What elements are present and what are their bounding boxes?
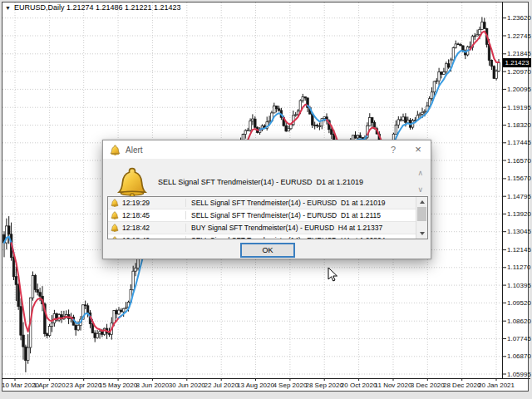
- chart-ohlc-values: 1.21274 1.21486 1.21221 1.21423: [66, 3, 181, 12]
- bell-icon: [111, 236, 119, 239]
- triangle-down-icon: [420, 232, 425, 235]
- scroll-up-icon[interactable]: ∧: [417, 170, 423, 177]
- scrollbar-up-button[interactable]: [416, 197, 428, 207]
- time-axis-label: 20 Jan 2021: [470, 382, 523, 389]
- bell-icon: [110, 145, 121, 155]
- price-axis-label: 1.21845: [507, 50, 531, 57]
- price-axis-label: 1.09520: [507, 299, 531, 307]
- price-axis-label: 1.14795: [507, 193, 531, 200]
- price-axis-label: 1.18320: [507, 121, 531, 129]
- chart-marker-icon: ▼: [5, 5, 11, 11]
- alert-row[interactable]: 12:18:45SELL Signal SFT Trendmeister(14)…: [108, 209, 427, 222]
- price-axis-label: 1.20095: [507, 86, 531, 93]
- price-axis-label: 1.10395: [507, 282, 531, 289]
- price-axis-label: 1.16570: [507, 157, 531, 165]
- alert-text: SELL Signal SFT Trendmeister(14) - EURUS…: [185, 236, 427, 239]
- chart-title: ▼EURUSD,Daily 1.21274 1.21486 1.21221 1.…: [5, 3, 181, 12]
- scrollbar-down-button[interactable]: [416, 229, 428, 239]
- price-axis-label: 1.08620: [507, 318, 531, 325]
- close-button[interactable]: ×: [406, 140, 431, 159]
- price-axis-label: 1.19195: [507, 104, 531, 111]
- alert-message: SELL Signal SFT Trendmeister(14) - EURUS…: [158, 178, 399, 186]
- dialog-title: Alert: [126, 145, 381, 155]
- mouse-cursor-icon: [328, 267, 339, 283]
- dialog-titlebar[interactable]: Alert ? ×: [103, 140, 431, 159]
- scroll-down-icon[interactable]: ∨: [417, 186, 423, 194]
- price-axis-label: 1.11270: [507, 264, 530, 271]
- price-axis-label: 1.12145: [507, 246, 531, 254]
- price-axis-label: 1.17445: [507, 139, 531, 146]
- alert-text: BUY Signal SFT Trendmeister(14) - EURUSD…: [185, 224, 427, 232]
- current-price-tag: 1.21423: [503, 58, 531, 67]
- alert-time: 12:19:29: [119, 199, 185, 207]
- alert-time: 12:18:45: [119, 211, 185, 219]
- price-axis-label: 1.06870: [507, 352, 531, 360]
- alert-time: 12:18:42: [119, 236, 185, 239]
- price-axis-label: 1.15670: [507, 175, 531, 182]
- alert-text: SELL Signal SFT Trendmeister(14) - EURUS…: [185, 199, 427, 207]
- alert-time: 12:18:42: [119, 224, 185, 232]
- price-axis-label: 1.23620: [507, 14, 531, 22]
- alert-bell-icon: [116, 165, 148, 200]
- price-axis-label: 1.13045: [507, 228, 531, 235]
- help-button[interactable]: ?: [381, 140, 406, 159]
- scrollbar-thumb[interactable]: [417, 207, 426, 221]
- ok-button[interactable]: OK: [240, 243, 295, 258]
- alert-text: SELL Signal SFT Trendmeister(14) - EURUS…: [185, 211, 427, 219]
- alert-row[interactable]: 12:19:29SELL Signal SFT Trendmeister(14)…: [108, 197, 427, 209]
- alert-row[interactable]: 12:18:42SELL Signal SFT Trendmeister(14)…: [108, 234, 427, 239]
- triangle-up-icon: [420, 200, 425, 204]
- price-axis-label: 1.20970: [507, 68, 531, 76]
- list-scrollbar[interactable]: [416, 197, 427, 239]
- alert-dialog: Alert ? × SELL Signal SFT Trendmeister(1…: [102, 140, 431, 259]
- alert-row[interactable]: 12:18:42BUY Signal SFT Trendmeister(14) …: [108, 222, 427, 234]
- price-axis-label: 1.07745: [507, 335, 531, 342]
- price-axis-label: 1.13920: [507, 210, 531, 218]
- alert-history-list: 12:19:29SELL Signal SFT Trendmeister(14)…: [107, 196, 428, 239]
- mt-chart-window: ▼EURUSD,Daily 1.21274 1.21486 1.21221 1.…: [0, 0, 532, 399]
- bell-icon: [111, 199, 119, 207]
- chart-symbol-label: EURUSD,Daily: [14, 3, 65, 12]
- bell-icon: [111, 224, 119, 232]
- dialog-body: SELL Signal SFT Trendmeister(14) - EURUS…: [103, 159, 431, 259]
- bell-icon: [111, 211, 119, 219]
- price-axis-label: 1.05995: [507, 371, 531, 378]
- price-axis-label: 1.22745: [507, 32, 531, 40]
